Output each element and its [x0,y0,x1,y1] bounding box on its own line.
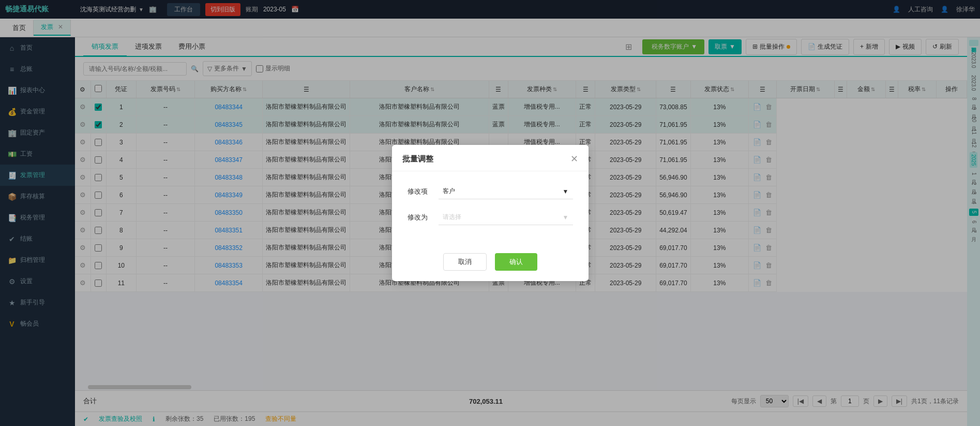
batch-adjust-modal: 批量调整 ✕ 修改项 客户 ▼ 修改为 请选择 ▼ 取消 确认 [392,145,589,281]
modal-footer: 取消 确认 [392,248,589,281]
modal-close-button[interactable]: ✕ [570,153,578,165]
modal-title: 批量调整 [402,154,433,164]
confirm-button[interactable]: 确认 [495,253,537,271]
modify-to-row: 修改为 请选择 ▼ [408,210,573,225]
modify-to-chevron-icon: ▼ [563,214,569,221]
modify-to-label: 修改为 [408,213,439,222]
modal-overlay: 批量调整 ✕ 修改项 客户 ▼ 修改为 请选择 ▼ 取消 确认 [0,0,980,426]
modify-to-select[interactable]: 请选择 ▼ [439,210,573,225]
cancel-button[interactable]: 取消 [443,253,487,271]
modify-item-select[interactable]: 客户 ▼ [439,184,573,199]
modify-item-label: 修改项 [408,187,439,196]
modal-header: 批量调整 ✕ [392,145,589,171]
modal-body: 修改项 客户 ▼ 修改为 请选择 ▼ [392,171,589,248]
modify-item-value: 客户 [443,187,455,196]
modify-item-row: 修改项 客户 ▼ [408,184,573,199]
modify-item-chevron-icon: ▼ [563,188,569,195]
modify-to-placeholder: 请选择 [443,213,461,222]
